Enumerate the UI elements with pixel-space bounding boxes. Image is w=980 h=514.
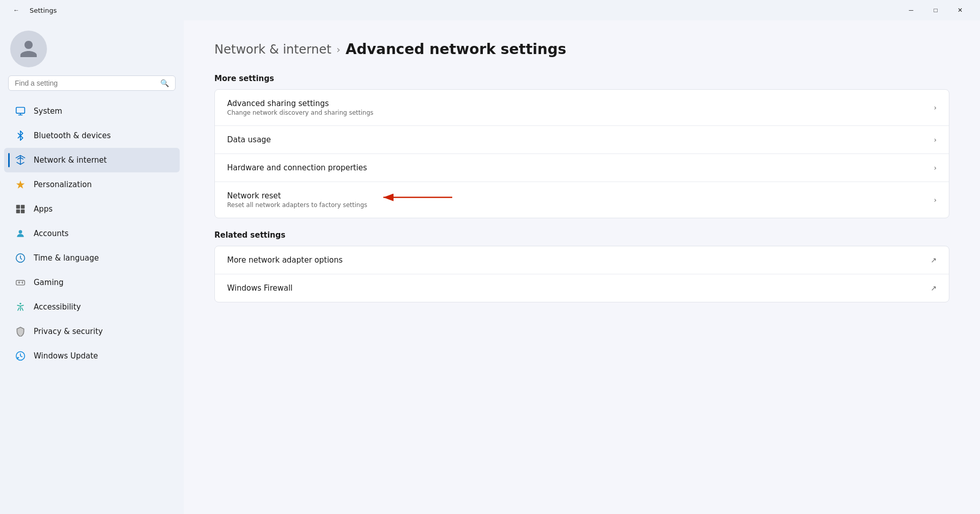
- chevron-right-icon: ›: [934, 196, 937, 204]
- chevron-right-icon: ›: [934, 136, 937, 144]
- settings-row-advanced-sharing[interactable]: Advanced sharing settings Change network…: [215, 90, 949, 126]
- row-title: Hardware and connection properties: [227, 163, 934, 172]
- bluetooth-icon: [14, 130, 27, 142]
- row-title: Data usage: [227, 135, 934, 144]
- external-link-icon: ↗: [930, 256, 937, 264]
- more-settings-card: Advanced sharing settings Change network…: [214, 89, 949, 218]
- settings-row-more-adapter[interactable]: More network adapter options ↗: [215, 246, 949, 274]
- breadcrumb: Network & internet › Advanced network se…: [214, 41, 949, 58]
- sidebar-item-privacy[interactable]: Privacy & security: [4, 319, 180, 344]
- app-container: 🔍 System Bluetooth & devices Network & i…: [0, 20, 980, 514]
- row-title: Windows Firewall: [227, 284, 930, 293]
- svg-rect-3: [16, 210, 20, 214]
- external-link-icon: ↗: [930, 284, 937, 292]
- breadcrumb-parent[interactable]: Network & internet: [214, 42, 331, 57]
- svg-rect-2: [21, 205, 25, 209]
- search-box[interactable]: 🔍: [8, 75, 176, 91]
- sidebar-item-apps[interactable]: Apps: [4, 197, 180, 221]
- sidebar-item-update[interactable]: Windows Update: [4, 344, 180, 368]
- accounts-icon: [14, 227, 27, 240]
- svg-rect-1: [16, 205, 20, 209]
- sidebar-item-label: Accounts: [34, 229, 68, 238]
- back-button[interactable]: ←: [8, 2, 24, 18]
- user-icon: [18, 39, 39, 59]
- titlebar-title: Settings: [30, 7, 57, 14]
- sidebar: 🔍 System Bluetooth & devices Network & i…: [0, 20, 184, 514]
- settings-row-network-reset[interactable]: Network reset Reset all network adapters…: [215, 182, 949, 218]
- minimize-button[interactable]: ─: [899, 2, 923, 18]
- row-subtitle: Reset all network adapters to factory se…: [227, 201, 934, 209]
- sidebar-item-personalization[interactable]: Personalization: [4, 172, 180, 197]
- row-title: Advanced sharing settings: [227, 99, 934, 108]
- search-icon: 🔍: [160, 79, 169, 87]
- sidebar-item-label: Network & internet: [34, 156, 107, 165]
- breadcrumb-separator: ›: [336, 43, 340, 56]
- sidebar-item-system[interactable]: System: [4, 99, 180, 123]
- svg-rect-7: [16, 280, 25, 285]
- close-button[interactable]: ✕: [948, 2, 972, 18]
- settings-row-data-usage[interactable]: Data usage ›: [215, 126, 949, 154]
- row-title: Network reset: [227, 191, 934, 200]
- red-arrow-annotation: [378, 190, 460, 205]
- network-icon: [14, 154, 27, 166]
- sidebar-item-label: System: [34, 107, 62, 116]
- sidebar-item-label: Windows Update: [34, 351, 98, 361]
- settings-row-hardware-connection[interactable]: Hardware and connection properties ›: [215, 154, 949, 182]
- sidebar-nav: System Bluetooth & devices Network & int…: [0, 99, 184, 368]
- svg-point-5: [19, 230, 22, 234]
- sidebar-item-time[interactable]: Time & language: [4, 246, 180, 270]
- avatar: [10, 31, 47, 67]
- row-title: More network adapter options: [227, 255, 930, 265]
- time-icon: [14, 252, 27, 264]
- sidebar-item-label: Gaming: [34, 278, 64, 287]
- personalization-icon: [14, 178, 27, 191]
- chevron-right-icon: ›: [934, 164, 937, 172]
- sidebar-item-label: Personalization: [34, 180, 92, 189]
- sidebar-item-gaming[interactable]: Gaming: [4, 270, 180, 295]
- privacy-icon: [14, 325, 27, 338]
- sidebar-item-accessibility[interactable]: Accessibility: [4, 295, 180, 319]
- more-settings-section: More settings Advanced sharing settings …: [214, 74, 949, 218]
- main-content: Network & internet › Advanced network se…: [184, 20, 980, 514]
- breadcrumb-current: Advanced network settings: [346, 41, 566, 58]
- more-settings-title: More settings: [214, 74, 949, 83]
- sidebar-item-bluetooth[interactable]: Bluetooth & devices: [4, 123, 180, 148]
- svg-rect-4: [21, 210, 25, 214]
- sidebar-item-network[interactable]: Network & internet: [4, 148, 180, 172]
- chevron-right-icon: ›: [934, 104, 937, 112]
- apps-icon: [14, 203, 27, 215]
- sidebar-item-label: Privacy & security: [34, 327, 103, 336]
- sidebar-item-label: Bluetooth & devices: [34, 131, 111, 140]
- system-icon: [14, 105, 27, 117]
- related-settings-section: Related settings More network adapter op…: [214, 230, 949, 302]
- titlebar: ← Settings ─ □ ✕: [0, 0, 980, 20]
- search-input[interactable]: [15, 79, 156, 87]
- sidebar-item-label: Accessibility: [34, 302, 81, 312]
- maximize-button[interactable]: □: [924, 2, 947, 18]
- svg-point-8: [19, 303, 21, 304]
- sidebar-item-accounts[interactable]: Accounts: [4, 221, 180, 246]
- accessibility-icon: [14, 301, 27, 313]
- related-settings-title: Related settings: [214, 230, 949, 240]
- related-settings-card: More network adapter options ↗ Windows F…: [214, 246, 949, 302]
- update-icon: [14, 350, 27, 362]
- sidebar-item-label: Time & language: [34, 253, 99, 263]
- row-subtitle: Change network discovery and sharing set…: [227, 109, 934, 116]
- svg-rect-0: [16, 108, 25, 114]
- gaming-icon: [14, 276, 27, 289]
- sidebar-item-label: Apps: [34, 204, 53, 214]
- settings-row-windows-firewall[interactable]: Windows Firewall ↗: [215, 274, 949, 302]
- window-controls: ─ □ ✕: [899, 2, 972, 18]
